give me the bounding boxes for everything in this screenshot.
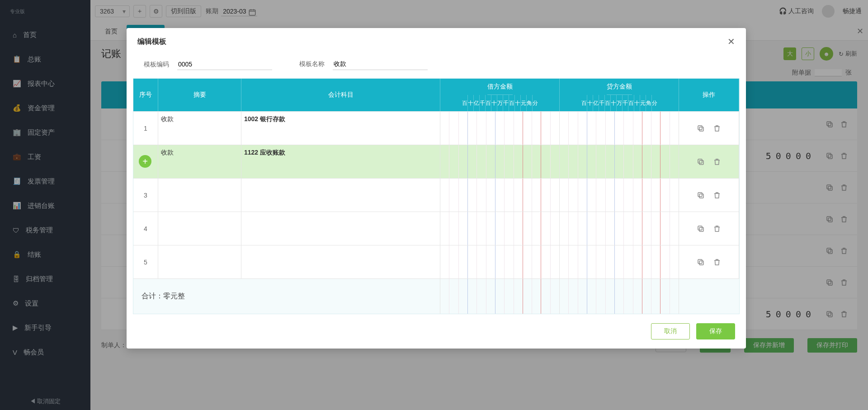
cell-summary[interactable] [158,245,241,278]
cell-account[interactable]: 1122 应收账款 [241,145,440,178]
cell-index: + [133,145,158,178]
copy-row-icon[interactable] [697,258,705,266]
cell-summary[interactable] [158,179,241,212]
svg-rect-15 [699,127,703,131]
cell-account[interactable] [241,179,440,212]
table-row[interactable]: 4 [133,212,739,245]
svg-rect-23 [699,261,703,265]
cell-debit[interactable] [440,245,560,278]
modal-footer: 取消 保存 [127,314,746,349]
digit-header: 角 [646,95,652,111]
copy-row-icon[interactable] [697,191,705,199]
digit-header: 十 [491,95,497,111]
table-row[interactable]: 1收款1002 银行存款 [133,111,739,145]
digit-header: 十 [587,95,593,111]
save-button[interactable]: 保存 [696,323,735,339]
svg-rect-16 [698,126,702,130]
cell-summary[interactable]: 收款 [158,145,241,178]
cell-index: 1 [133,112,158,145]
table-row[interactable]: 5 [133,245,739,278]
cell-credit[interactable] [560,245,679,278]
svg-rect-24 [698,259,702,264]
cell-credit[interactable] [560,179,679,212]
th-credit: 贷方金额 百十亿千百十万千百十元角分 [560,79,679,111]
digit-header: 十 [634,95,640,111]
table-row[interactable]: 3 [133,178,739,212]
th-account: 会计科目 [241,79,440,111]
template-table: 序号 摘要 会计科目 借方金额 百十亿千百十万千百十元角分 贷方金额 百十亿千百… [133,78,740,314]
cell-debit[interactable] [440,112,560,145]
copy-row-icon[interactable] [697,158,705,166]
delete-row-icon[interactable] [713,124,721,132]
digit-header: 十 [611,95,617,111]
delete-row-icon[interactable] [713,191,721,199]
digit-header: 千 [623,95,628,111]
th-summary: 摘要 [158,79,241,111]
cell-summary[interactable]: 收款 [158,112,241,145]
modal-close-icon[interactable]: ✕ [727,36,735,47]
digit-header: 百 [462,95,468,111]
th-operation: 操作 [679,79,739,111]
svg-rect-22 [698,226,702,230]
template-code-input[interactable] [177,59,272,70]
svg-rect-20 [698,193,702,197]
cancel-button[interactable]: 取消 [651,323,690,339]
cell-ops [679,145,739,178]
digit-header: 千 [599,95,605,111]
digit-header: 元 [521,95,527,111]
cell-account[interactable] [241,212,440,245]
total-label: 合计：零元整 [133,279,440,314]
digit-header: 分 [652,95,657,111]
cell-account[interactable]: 1002 银行存款 [241,112,440,145]
svg-rect-19 [699,194,703,198]
cell-summary[interactable] [158,212,241,245]
cell-account[interactable] [241,245,440,278]
digit-header: 分 [533,95,538,111]
cell-ops [679,112,739,145]
digit-header: 亿 [593,95,599,111]
svg-rect-18 [698,159,702,163]
delete-row-icon[interactable] [713,225,721,233]
cell-debit[interactable] [440,145,560,178]
svg-rect-21 [699,227,703,231]
cell-ops [679,212,739,245]
digit-header: 百 [581,95,587,111]
add-row-icon[interactable]: + [139,155,151,168]
modal-title: 编辑模板 [137,37,166,47]
template-code-label: 模板编码 [144,61,169,68]
total-row: 合计：零元整 [133,278,739,314]
th-index: 序号 [133,79,158,111]
cell-debit[interactable] [440,179,560,212]
svg-rect-17 [699,160,703,165]
digit-header: 千 [503,95,509,111]
digit-header: 万 [497,95,503,111]
digit-header: 十 [515,95,521,111]
digit-header: 千 [480,95,486,111]
digit-header: 百 [509,95,515,111]
cell-ops [679,245,739,278]
digit-header: 百 [628,95,634,111]
digit-header: 万 [617,95,623,111]
cell-index: 3 [133,179,158,212]
copy-row-icon[interactable] [697,124,705,132]
cell-credit[interactable] [560,145,679,178]
digit-header: 亿 [474,95,480,111]
cell-credit[interactable] [560,212,679,245]
th-debit: 借方金额 百十亿千百十万千百十元角分 [440,79,560,111]
template-name-input[interactable] [333,59,428,70]
digit-header: 百 [605,95,611,111]
table-row[interactable]: +收款1122 应收账款 [133,145,739,178]
edit-template-modal: 编辑模板 ✕ 模板编码 模板名称 序号 摘要 会计科目 借方金额 百十亿千百十万… [127,28,746,349]
delete-row-icon[interactable] [713,158,721,166]
cell-debit[interactable] [440,212,560,245]
digit-header: 百 [486,95,491,111]
cell-index: 5 [133,245,158,278]
copy-row-icon[interactable] [697,225,705,233]
cell-credit[interactable] [560,112,679,145]
cell-ops [679,179,739,212]
digit-header: 十 [468,95,474,111]
template-name-label: 模板名称 [299,60,325,67]
table-header: 序号 摘要 会计科目 借方金额 百十亿千百十万千百十元角分 贷方金额 百十亿千百… [133,79,739,111]
delete-row-icon[interactable] [713,258,721,266]
cell-index: 4 [133,212,158,245]
